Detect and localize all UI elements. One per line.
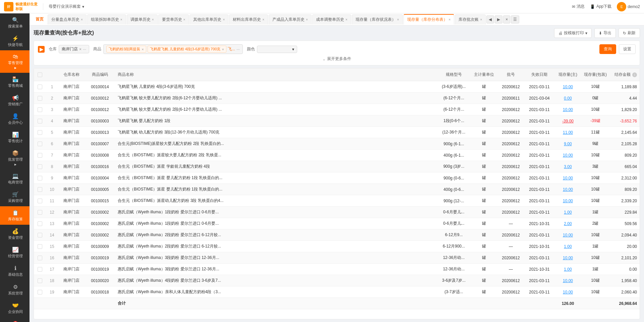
stock-main-link[interactable]: 1.00 (564, 267, 572, 272)
row-expand-button[interactable]: ▶ (38, 46, 45, 53)
export-button[interactable]: ⬇ 导出 (594, 28, 616, 38)
stock-main-link[interactable]: 10.00 (563, 290, 573, 294)
row-checkbox-input[interactable] (38, 96, 42, 101)
tab-close-icon[interactable]: × (183, 18, 185, 21)
sidebar-item-quick-nav[interactable]: ⚡ 快捷导航 (0, 32, 30, 50)
row-checkbox-input[interactable] (38, 199, 42, 203)
sidebar-item-cooperation[interactable]: 🤝 企业协同 (0, 299, 30, 317)
stock-main-link[interactable]: 1.00 (564, 210, 572, 215)
tag-close-icon[interactable]: × (222, 47, 224, 51)
tab-batch-account[interactable]: 库存批次账 × (455, 14, 486, 24)
product-value[interactable]: 飞鹤奶粉3段两提装 × 飞鹤星飞帆 儿童奶粉 4段(3-6岁适用) 700克 ×… (103, 44, 243, 54)
row-checkbox-input[interactable] (38, 107, 42, 112)
expand-conditions-button[interactable]: ⌄ 展开更多条件 (38, 56, 636, 62)
tab-adjust[interactable]: 调拨单历史 × (127, 14, 158, 24)
row-checkbox-input[interactable] (38, 153, 42, 158)
stock-main-link[interactable]: 10.00 (563, 199, 573, 203)
app-download-button[interactable]: 📱 App下载 (590, 4, 611, 9)
sidebar-item-retail-mgmt[interactable]: 🛍 零售管理 ▶ (0, 50, 30, 72)
tab-nav-close[interactable]: × (503, 15, 510, 23)
row-checkbox-input[interactable] (38, 256, 42, 260)
tab-nav-next[interactable]: ▶ (495, 15, 502, 23)
row-checkbox-input[interactable] (38, 130, 42, 135)
sidebar-item-wholesale[interactable]: 📦 批发管理 ▶ (0, 147, 30, 169)
tab-close-icon[interactable]: × (152, 18, 154, 21)
tab-nav-menu[interactable]: ☰ (511, 15, 519, 23)
tab-other-out[interactable]: 其他出库单历史 × (190, 14, 228, 24)
stock-main-link[interactable]: 10.00 (563, 233, 573, 237)
sidebar-item-finance[interactable]: 💰 资金管理 (0, 225, 30, 243)
tab-close-icon[interactable]: × (345, 18, 347, 21)
tag-close-icon[interactable]: × (142, 47, 144, 51)
stock-main-link[interactable]: -39.00 (562, 119, 574, 123)
row-checkbox-input[interactable] (38, 142, 42, 146)
stock-main-link[interactable]: 10.00 (563, 187, 573, 192)
filter-more-icon[interactable]: ··· (236, 47, 240, 52)
stock-main-link[interactable]: 1.00 (564, 244, 572, 249)
query-button[interactable]: 查询 (599, 44, 616, 54)
sidebar-item-inventory[interactable]: 📋 库存核算 (0, 206, 30, 225)
tab-disassemble[interactable]: 组装拆卸单历史 × (87, 14, 126, 24)
sidebar-item-retail-stats[interactable]: 📊 零售统计 (0, 128, 30, 147)
row-checkbox-input[interactable] (38, 85, 42, 89)
settings-button[interactable]: 设置 (619, 44, 636, 54)
tab-close-icon[interactable]: × (306, 18, 308, 21)
tab-material-out[interactable]: 材料出库单历史 × (229, 14, 268, 24)
tab-stock-dist[interactable]: 现存量（库存分布表） × (404, 14, 454, 24)
sidebar-item-system[interactable]: ⚙ 系统管理 (0, 280, 30, 299)
row-checkbox-input[interactable] (38, 233, 42, 237)
stock-main-link[interactable]: 9.00 (564, 142, 572, 146)
stock-main-link[interactable]: 10.00 (563, 85, 573, 89)
row-checkbox-input[interactable] (38, 278, 42, 283)
sidebar-item-purchase[interactable]: 🛒 采购管理 (0, 188, 30, 206)
amount-info-icon[interactable]: i (632, 72, 637, 77)
tab-home[interactable]: 首页 (32, 14, 47, 24)
tab-close-icon[interactable]: × (262, 18, 264, 21)
tab-stock-status[interactable]: 现存量（库存状况表） × (352, 14, 403, 24)
sidebar-item-search[interactable]: 🔍 搜索菜单 (0, 13, 30, 32)
user-profile[interactable]: E demo2 (617, 2, 640, 11)
stock-main-link[interactable]: 10.00 (563, 153, 573, 158)
tab-close-icon[interactable]: × (449, 18, 451, 21)
row-checkbox-input[interactable] (38, 176, 42, 180)
print-button[interactable]: 🖨 按模板打印 ▾ (554, 28, 592, 38)
tab-nav-prev[interactable]: ◀ (486, 15, 494, 23)
row-checkbox-input[interactable] (38, 187, 42, 192)
stock-main-link[interactable]: 10.00 (563, 176, 573, 180)
row-checkbox-input[interactable] (38, 290, 42, 294)
row-checkbox-input[interactable] (38, 164, 42, 169)
select-all-checkbox[interactable] (38, 72, 42, 77)
row-checkbox-input[interactable] (38, 119, 42, 123)
refresh-button[interactable]: ↻ 刷新 (619, 28, 640, 38)
sidebar-item-retail-shop[interactable]: 🏪 零售商城 (0, 73, 30, 91)
tab-close-icon[interactable]: × (480, 18, 482, 21)
stock-main-link[interactable]: 10.00 (563, 107, 573, 112)
tab-cost-adjust[interactable]: 成本调整单历史 × (312, 14, 351, 24)
row-checkbox-input[interactable] (38, 244, 42, 249)
messages-button[interactable]: ✉ 消息 (572, 4, 585, 9)
tab-close-icon[interactable]: × (81, 18, 83, 21)
sidebar-item-new-guide[interactable]: 🎯 新手引导 (0, 317, 30, 322)
row-checkbox-input[interactable] (38, 221, 42, 226)
store-selector[interactable]: 母婴行业演示账套 ▾ (49, 4, 84, 9)
tab-close-icon[interactable]: × (397, 18, 399, 21)
sidebar-item-operations[interactable]: 📈 经营管理 (0, 243, 30, 262)
tab-order[interactable]: 要货单历史 × (158, 14, 189, 24)
stock-main-link[interactable]: 3.00 (564, 164, 572, 169)
sidebar-item-marketing[interactable]: 📢 营销推广 (0, 91, 30, 110)
sidebar-item-base-info[interactable]: ℹ 基础信息 (0, 262, 30, 280)
stock-main-link[interactable]: 10.00 (563, 278, 573, 283)
stock-main-link[interactable]: 11.00 (563, 130, 573, 135)
stock-main-link[interactable]: 10.00 (563, 256, 573, 260)
stock-main-link[interactable]: 2.00 (564, 221, 572, 226)
tab-close-icon[interactable]: × (223, 18, 225, 21)
tab-close-icon[interactable]: × (120, 18, 122, 21)
tab-split-inventory[interactable]: 分量盘点单历史 × (48, 14, 87, 24)
stock-main-link[interactable]: 0.00 (564, 96, 572, 101)
filter-more-icon[interactable]: ··· (83, 47, 86, 52)
row-checkbox-input[interactable] (38, 267, 42, 272)
tag-close-icon[interactable]: × (79, 47, 82, 52)
tab-product-in[interactable]: 产成品入库单历史 × (269, 14, 312, 24)
warehouse-value[interactable]: 南岸门店 × ··· (59, 45, 89, 53)
row-checkbox-input[interactable] (38, 210, 42, 215)
